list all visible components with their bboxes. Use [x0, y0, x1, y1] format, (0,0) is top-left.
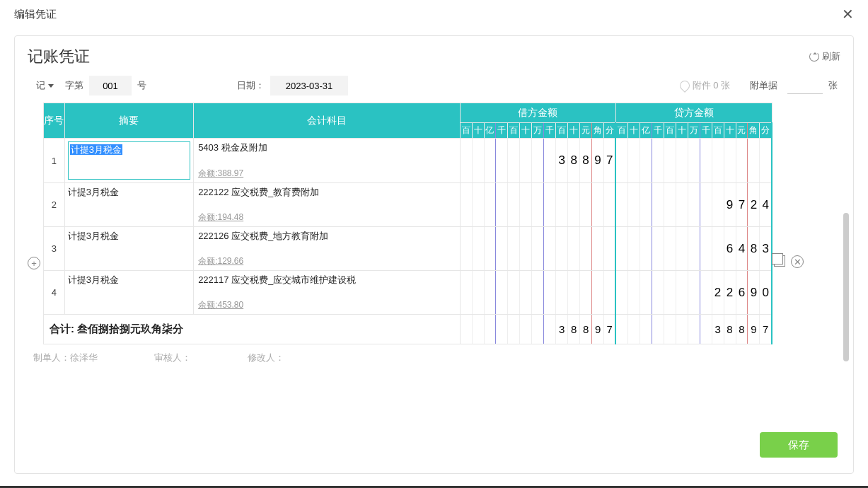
credit-digit[interactable]: [615, 227, 627, 271]
debit-digit[interactable]: [460, 227, 472, 271]
credit-digit[interactable]: [640, 139, 652, 183]
credit-digit[interactable]: 9: [748, 315, 760, 344]
credit-digit[interactable]: 2: [724, 271, 736, 315]
debit-digit[interactable]: 7: [604, 139, 616, 183]
credit-digit[interactable]: [712, 139, 724, 183]
debit-digit[interactable]: [496, 183, 508, 227]
credit-digit[interactable]: [712, 227, 724, 271]
credit-digit[interactable]: [640, 183, 652, 227]
credit-digit[interactable]: 4: [736, 227, 748, 271]
debit-digit[interactable]: [460, 139, 472, 183]
credit-digit[interactable]: [724, 139, 736, 183]
debit-digit[interactable]: [472, 227, 484, 271]
voucher-prefix-select[interactable]: 记: [30, 76, 59, 95]
debit-digit[interactable]: [532, 139, 544, 183]
debit-digit[interactable]: [520, 315, 532, 344]
debit-digit[interactable]: [544, 271, 556, 315]
debit-digit[interactable]: 3: [556, 139, 568, 183]
close-icon[interactable]: ✕: [842, 6, 854, 23]
account-cell[interactable]: 5403 税金及附加余额:388.97: [194, 139, 460, 183]
voucher-number-input[interactable]: [89, 76, 132, 95]
debit-digit[interactable]: [592, 183, 604, 227]
credit-digit[interactable]: [627, 315, 640, 344]
credit-digit[interactable]: 6: [736, 271, 748, 315]
debit-digit[interactable]: [544, 139, 556, 183]
debit-digit[interactable]: [568, 183, 580, 227]
delete-row-button[interactable]: ✕: [791, 255, 804, 268]
balance-link[interactable]: 余额:453.80: [198, 299, 243, 311]
credit-digit[interactable]: [664, 271, 676, 315]
credit-digit[interactable]: [664, 139, 676, 183]
credit-digit[interactable]: [627, 227, 640, 271]
credit-digit[interactable]: [700, 315, 712, 344]
credit-digit[interactable]: [627, 183, 640, 227]
debit-digit[interactable]: [568, 271, 580, 315]
credit-digit[interactable]: [676, 183, 688, 227]
debit-digit[interactable]: [484, 183, 496, 227]
credit-digit[interactable]: [688, 139, 700, 183]
debit-digit[interactable]: [592, 271, 604, 315]
credit-digit[interactable]: [615, 183, 627, 227]
debit-digit[interactable]: 9: [592, 139, 604, 183]
debit-digit[interactable]: [604, 227, 616, 271]
credit-digit[interactable]: 2: [748, 183, 760, 227]
debit-digit[interactable]: [604, 271, 616, 315]
credit-digit[interactable]: [640, 271, 652, 315]
summary-cell[interactable]: 计提3月税金: [64, 183, 193, 227]
credit-digit[interactable]: [640, 227, 652, 271]
debit-digit[interactable]: 9: [592, 315, 604, 344]
debit-digit[interactable]: [472, 139, 484, 183]
summary-cell[interactable]: 计提3月税金: [64, 227, 193, 271]
credit-digit[interactable]: [652, 315, 664, 344]
account-cell[interactable]: 222126 应交税费_地方教育附加余额:129.66: [194, 227, 460, 271]
credit-digit[interactable]: [760, 139, 772, 183]
debit-digit[interactable]: 8: [568, 139, 580, 183]
credit-digit[interactable]: [688, 183, 700, 227]
debit-digit[interactable]: [496, 227, 508, 271]
credit-digit[interactable]: [652, 139, 664, 183]
credit-digit[interactable]: [627, 271, 640, 315]
debit-digit[interactable]: [484, 315, 496, 344]
credit-digit[interactable]: [615, 139, 627, 183]
debit-digit[interactable]: 3: [556, 315, 568, 344]
credit-digit[interactable]: [700, 271, 712, 315]
debit-digit[interactable]: [508, 271, 520, 315]
balance-link[interactable]: 余额:388.97: [198, 168, 243, 180]
credit-digit[interactable]: [688, 271, 700, 315]
debit-digit[interactable]: [580, 227, 592, 271]
account-cell[interactable]: 222122 应交税费_教育费附加余额:194.48: [194, 183, 460, 227]
debit-digit[interactable]: [520, 227, 532, 271]
credit-digit[interactable]: [700, 227, 712, 271]
debit-digit[interactable]: [520, 139, 532, 183]
credit-digit[interactable]: 9: [724, 183, 736, 227]
debit-digit[interactable]: [508, 227, 520, 271]
debit-digit[interactable]: [508, 315, 520, 344]
debit-digit[interactable]: [460, 315, 472, 344]
credit-digit[interactable]: [676, 139, 688, 183]
balance-link[interactable]: 余额:129.66: [198, 255, 243, 267]
credit-digit[interactable]: 4: [760, 183, 772, 227]
credit-digit[interactable]: [664, 227, 676, 271]
credit-digit[interactable]: [615, 271, 627, 315]
debit-digit[interactable]: 8: [580, 139, 592, 183]
debit-digit[interactable]: [508, 139, 520, 183]
debit-digit[interactable]: [532, 271, 544, 315]
debit-digit[interactable]: [472, 183, 484, 227]
debit-digit[interactable]: [532, 183, 544, 227]
credit-digit[interactable]: 8: [748, 227, 760, 271]
debit-digit[interactable]: [484, 227, 496, 271]
credit-digit[interactable]: 8: [724, 315, 736, 344]
credit-digit[interactable]: [652, 183, 664, 227]
credit-digit[interactable]: [640, 315, 652, 344]
attachment-link[interactable]: 附件 0 张: [680, 79, 730, 92]
credit-digit[interactable]: [700, 183, 712, 227]
credit-digit[interactable]: [664, 183, 676, 227]
debit-digit[interactable]: [568, 227, 580, 271]
credit-digit[interactable]: [736, 139, 748, 183]
debit-digit[interactable]: 8: [568, 315, 580, 344]
credit-digit[interactable]: 8: [736, 315, 748, 344]
account-cell[interactable]: 222117 应交税费_应交城市维护建设税余额:453.80: [194, 271, 460, 315]
debit-digit[interactable]: [520, 271, 532, 315]
debit-digit[interactable]: [484, 139, 496, 183]
debit-digit[interactable]: [460, 183, 472, 227]
